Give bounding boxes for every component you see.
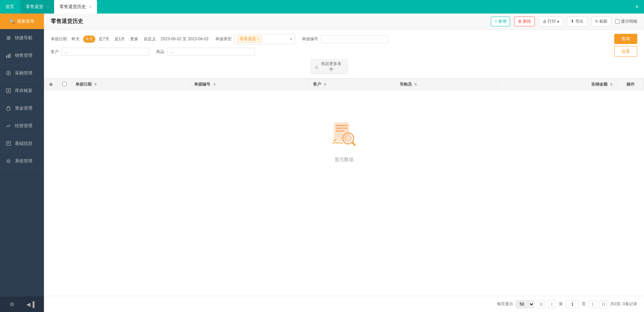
sidebar-item-basic-info-label: 基础信息 (15, 140, 32, 147)
doc-no-label: 单据编号 (302, 36, 318, 42)
show-detail-checkbox[interactable] (615, 19, 620, 24)
date-filter-group: 单据日期 昨天 今天 近7天 近1月 更多 自定义 2023-06-02 至 2… (51, 36, 209, 43)
show-detail-checkbox-group[interactable]: 显示明细 (615, 19, 637, 24)
sidebar-item-operations[interactable]: 经营管理 (0, 117, 44, 135)
goods-label: 商品 (156, 49, 164, 55)
svg-point-7 (7, 160, 9, 162)
select-all-checkbox[interactable] (62, 82, 67, 86)
date-shortcut-today[interactable]: 今天 (83, 36, 95, 43)
pagination-bar: 每页显示 50 10 20 100 ⟨⟨ ⟨ 第 页 ⟩ ⟩⟩ 共0页, 0条记… (44, 296, 644, 312)
tab-retail-return[interactable]: 零售退货 × (20, 0, 54, 14)
sidebar-item-purchase-mgmt[interactable]: 采购管理 (0, 64, 44, 82)
first-page-button[interactable]: ⟨⟨ (537, 300, 545, 308)
collapse-row: △ 收起更多条件 (51, 59, 607, 74)
date-shortcut-yesterday[interactable]: 昨天 (70, 36, 82, 43)
doc-type-tag-label: 零售退货 (240, 36, 256, 42)
date-shortcut-7days[interactable]: 近7天 (97, 36, 111, 43)
collapse-icon: △ (315, 64, 318, 69)
page-label: 第 (559, 301, 563, 307)
col-amount[interactable]: 实销金额 ⇅ (498, 79, 617, 90)
table-header-row: ⚙ 单据日期 ⇅ 单据编号 ⇅ (44, 79, 644, 90)
doc-type-select[interactable]: 零售退货 × ▾ (234, 34, 295, 44)
svg-rect-0 (6, 55, 7, 58)
empty-state: 暂无数据 (44, 90, 644, 190)
filter-main-row: 单据日期 昨天 今天 近7天 近1月 更多 自定义 2023-06-02 至 2… (51, 34, 637, 74)
doc-type-filter-group: 单据类型 零售退货 × ▾ (215, 34, 295, 44)
doc-no-filter-group: 单据编号 (302, 35, 388, 43)
col-no-label: 单据编号 (194, 82, 210, 87)
col-customer-sort-icon: ⇅ (324, 83, 326, 86)
sales-icon (5, 52, 11, 59)
tab-home[interactable]: 首页 (0, 0, 20, 14)
settings-footer-icon[interactable]: ⚙ (9, 301, 14, 308)
new-button[interactable]: + 新增 (491, 17, 510, 26)
sidebar-item-system[interactable]: 系统管理 (0, 152, 44, 170)
last-page-button[interactable]: ⟩⟩ (599, 300, 607, 308)
sidebar-item-sales-mgmt[interactable]: 销售管理 (0, 47, 44, 64)
refresh-button[interactable]: ↻ 刷新 (591, 17, 611, 26)
svg-line-14 (352, 142, 355, 145)
col-checkbox[interactable] (58, 79, 71, 90)
sidebar-item-basic-info[interactable]: 基础信息 (0, 135, 44, 152)
content-area: 零售退货历史 + 新增 🗑 删除 🖨 打印 ▾ ⬆ 导出 ↻ 刷新 (44, 14, 644, 312)
speaker-footer-icon[interactable]: ◀▐ (26, 301, 34, 308)
new-button-label: + 新增 (495, 19, 506, 24)
doc-type-label: 单据类型 (215, 36, 232, 42)
table-area: ⚙ 单据日期 ⇅ 单据编号 ⇅ (44, 79, 644, 296)
sidebar-nav: ⊞ 快捷导航 销售管理 采购管理 库存核算 (0, 29, 44, 296)
sidebar-item-system-label: 系统管理 (15, 158, 32, 164)
svg-rect-9 (336, 125, 348, 126)
delete-button[interactable]: 🗑 删除 (514, 17, 535, 26)
date-shortcut-custom[interactable]: 自定义 (142, 36, 158, 43)
collapse-button[interactable]: △ 收起更多条件 (311, 59, 348, 74)
date-range-display: 2023-06-02 至 2023-06-02 (161, 36, 208, 42)
per-page-select[interactable]: 50 10 20 100 (516, 300, 534, 308)
toolbar: + 新增 🗑 删除 🖨 打印 ▾ ⬆ 导出 ↻ 刷新 显示明细 (491, 17, 637, 26)
print-button[interactable]: 🖨 打印 ▾ (539, 17, 563, 26)
date-shortcut-more[interactable]: 更多 (128, 36, 140, 43)
export-button[interactable]: ⬆ 导出 (567, 17, 587, 26)
sidebar-item-quick-nav[interactable]: ⊞ 快捷导航 (0, 29, 44, 47)
sidebar-footer: ⚙ ◀▐ (0, 296, 44, 312)
customer-filter-group: 客户 (51, 48, 149, 56)
svg-rect-1 (8, 54, 9, 58)
sidebar-item-inventory[interactable]: 库存核算 (0, 82, 44, 99)
settings-button[interactable]: 设置 (614, 46, 637, 57)
window-close-button[interactable]: × (630, 4, 644, 10)
tab-retail-return-history-close[interactable]: × (89, 5, 91, 9)
tab-retail-return-close[interactable]: × (47, 5, 49, 9)
sidebar-search[interactable]: 🔍 搜索菜单 (0, 14, 44, 29)
col-date[interactable]: 单据日期 ⇅ (71, 79, 190, 90)
col-no[interactable]: 单据编号 ⇅ (190, 79, 309, 90)
col-customer[interactable]: 客户 ⇅ (309, 79, 395, 90)
sidebar-item-finance[interactable]: 资金管理 (0, 99, 44, 117)
export-button-label: ⬆ 导出 (571, 19, 583, 24)
collapse-label: 收起更多条件 (319, 61, 343, 72)
filter-row-2: 客户 商品 (51, 48, 607, 56)
sidebar-item-finance-label: 资金管理 (15, 105, 32, 111)
doc-type-tag-close[interactable]: × (257, 37, 259, 41)
prev-page-button[interactable]: ⟨ (548, 300, 556, 308)
query-button-label: 查询 (621, 36, 630, 41)
basic-info-icon (5, 140, 11, 147)
query-button[interactable]: 查询 (614, 34, 637, 44)
page-suffix: 页 (582, 301, 586, 307)
goods-input[interactable] (167, 48, 255, 56)
customer-label: 客户 (51, 49, 59, 55)
filter-row-1: 单据日期 昨天 今天 近7天 近1月 更多 自定义 2023-06-02 至 2… (51, 34, 607, 44)
next-page-button[interactable]: ⟩ (589, 300, 597, 308)
customer-input[interactable] (62, 48, 149, 56)
print-dropdown-icon: ▾ (557, 19, 559, 24)
doc-no-input[interactable] (321, 35, 388, 43)
tab-retail-return-history[interactable]: 零售退货历史 × (54, 0, 97, 14)
query-buttons: 查询 设置 (614, 34, 637, 57)
page-input[interactable] (566, 300, 579, 308)
date-shortcut-1month[interactable]: 近1月 (113, 36, 127, 43)
sidebar-item-quick-nav-label: 快捷导航 (15, 35, 32, 41)
col-settings[interactable]: ⚙ (44, 79, 58, 90)
show-detail-label: 显示明细 (621, 19, 637, 24)
system-icon (5, 158, 11, 164)
col-guide-label: 导购员 (400, 82, 412, 87)
sidebar-item-inventory-label: 库存核算 (15, 88, 32, 94)
col-guide[interactable]: 导购员 ⇅ (395, 79, 498, 90)
